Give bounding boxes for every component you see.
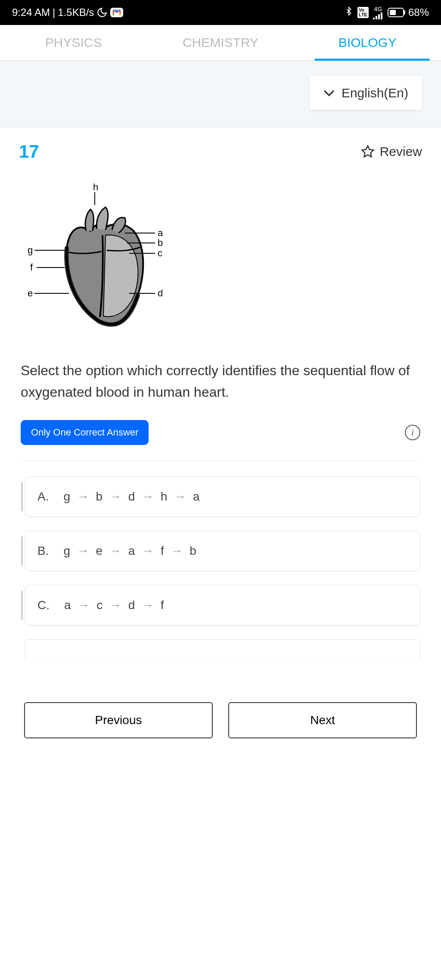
battery-icon (388, 8, 404, 17)
info-icon[interactable]: i (405, 425, 420, 440)
chevron-down-icon (323, 86, 335, 100)
option-text: g → e → a → f → b (63, 544, 197, 558)
tab-biology[interactable]: BIOLOGY (294, 25, 441, 60)
review-button[interactable]: Review (361, 144, 422, 159)
status-right: VoLTE 4G 68% (345, 6, 429, 19)
bluetooth-icon (345, 6, 353, 19)
option-text: a → c → d → f (64, 598, 165, 612)
gmail-icon (110, 8, 123, 17)
svg-rect-0 (373, 18, 375, 19)
svg-text:c: c (158, 248, 162, 258)
svg-rect-2 (378, 14, 380, 19)
status-bar: 9:24 AM | 1.5KB/s VoLTE 4G 68% (0, 0, 441, 25)
language-dropdown[interactable]: English(En) (310, 76, 422, 110)
answer-type-row: Only One Correct Answer i (0, 420, 441, 455)
option-letter: A. (37, 490, 49, 504)
svg-text:f: f (30, 262, 33, 273)
tab-physics[interactable]: PHYSICS (0, 25, 147, 60)
svg-text:a: a (158, 227, 163, 238)
option-letter: B. (37, 544, 49, 558)
svg-rect-1 (376, 16, 377, 19)
battery-percent: 68% (408, 6, 429, 19)
moon-icon (96, 7, 108, 18)
svg-text:h: h (93, 184, 98, 193)
option-b[interactable]: B. g → e → a → f → b (25, 531, 420, 571)
tab-chemistry[interactable]: CHEMISTRY (147, 25, 294, 60)
svg-rect-3 (381, 12, 382, 19)
svg-marker-4 (362, 146, 373, 157)
review-label: Review (380, 144, 422, 159)
svg-text:b: b (158, 237, 163, 248)
status-separator: | (53, 6, 55, 19)
svg-text:g: g (28, 245, 33, 255)
option-d-partial[interactable] (25, 639, 420, 661)
svg-text:d: d (158, 288, 163, 299)
divider (21, 460, 420, 461)
options-list: A. g → b → d → h → a B. g → e → a → f → … (0, 476, 441, 692)
question-text: Select the option which correctly identi… (0, 356, 441, 420)
star-icon (361, 145, 375, 159)
language-section: English(En) (0, 61, 441, 128)
subject-tabs: PHYSICS CHEMISTRY BIOLOGY (0, 25, 441, 61)
status-speed: 1.5KB/s (58, 6, 94, 19)
svg-text:e: e (28, 288, 33, 299)
volte-badge: VoLTE (357, 7, 369, 18)
question-number: 17 (19, 141, 39, 162)
option-text: g → b → d → h → a (63, 490, 200, 504)
heart-diagram-area: h a b c d g f e (0, 171, 441, 356)
nav-footer: Previous Next (0, 692, 441, 756)
option-letter: C. (37, 598, 50, 612)
network-indicator: 4G (373, 6, 383, 19)
answer-type-badge: Only One Correct Answer (21, 420, 149, 445)
heart-diagram: h a b c d g f e (26, 184, 172, 347)
question-header: 17 Review (0, 128, 441, 171)
previous-button[interactable]: Previous (24, 702, 213, 738)
option-a[interactable]: A. g → b → d → h → a (25, 476, 420, 517)
language-label: English(En) (342, 86, 408, 100)
option-c[interactable]: C. a → c → d → f (25, 585, 420, 625)
next-button[interactable]: Next (228, 702, 417, 738)
status-time: 9:24 AM (12, 6, 50, 19)
status-left: 9:24 AM | 1.5KB/s (12, 6, 123, 19)
